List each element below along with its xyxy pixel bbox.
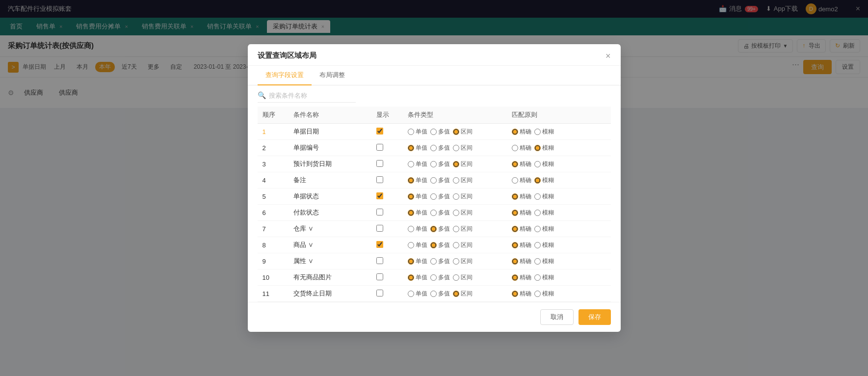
modal-header: 设置查询区域布局 × bbox=[248, 44, 621, 66]
modal-dialog: 设置查询区域布局 × 查询字段设置 布局调整 🔍 顺序 条件名称 显示 bbox=[248, 44, 621, 108]
modal-search-area: 🔍 bbox=[248, 85, 621, 107]
modal-close-button[interactable]: × bbox=[605, 52, 611, 60]
search-input[interactable] bbox=[269, 92, 347, 99]
th-match: 匹配原则 bbox=[507, 107, 611, 108]
modal-title: 设置查询区域布局 bbox=[258, 51, 316, 60]
search-icon: 🔍 bbox=[258, 91, 266, 99]
table-head: 顺序 条件名称 显示 条件类型 匹配原则 bbox=[258, 107, 611, 108]
th-show: 显示 bbox=[371, 107, 403, 108]
modal-overlay: 设置查询区域布局 × 查询字段设置 布局调整 🔍 顺序 条件名称 显示 bbox=[0, 0, 868, 108]
th-type: 条件类型 bbox=[403, 107, 507, 108]
modal-tab-layout[interactable]: 布局调整 bbox=[312, 66, 353, 85]
conditions-table: 顺序 条件名称 显示 条件类型 匹配原则 1单据日期单值多值区间精确模糊2单据编… bbox=[258, 107, 611, 108]
modal-tab-query-fields[interactable]: 查询字段设置 bbox=[258, 66, 312, 85]
th-name: 条件名称 bbox=[289, 107, 371, 108]
search-box: 🔍 bbox=[258, 91, 356, 103]
th-order: 顺序 bbox=[258, 107, 289, 108]
modal-tabs: 查询字段设置 布局调整 bbox=[248, 66, 621, 85]
modal-table-container: 顺序 条件名称 显示 条件类型 匹配原则 1单据日期单值多值区间精确模糊2单据编… bbox=[248, 107, 621, 108]
table-header-row: 顺序 条件名称 显示 条件类型 匹配原则 bbox=[258, 107, 611, 108]
